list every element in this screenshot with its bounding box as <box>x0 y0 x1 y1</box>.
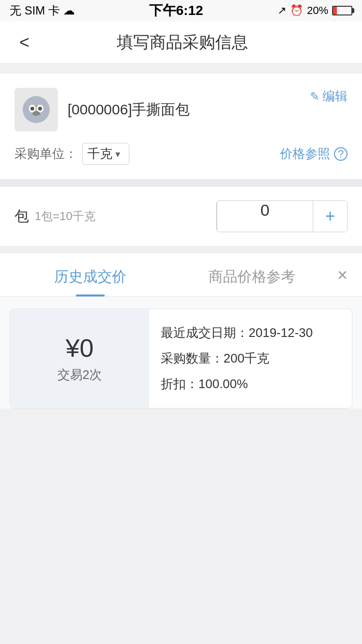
unit-sub-label: 1包=10千克 <box>35 209 96 224</box>
product-card: [0000006]手撕面包 ✎ 编辑 采购单位： 千克 ▾ 价格参照 ? <box>0 73 362 179</box>
chevron-down-icon: ▾ <box>115 148 120 160</box>
svg-point-3 <box>30 107 34 111</box>
history-recent-date-row: 最近成交日期：2019-12-30 <box>161 323 340 342</box>
history-purchase-qty-row: 采购数量：200千克 <box>161 349 340 368</box>
edit-label: 编辑 <box>322 88 348 105</box>
product-left: [0000006]手撕面包 <box>14 88 190 131</box>
history-recent-date-label: 最近成交日期： <box>161 325 249 340</box>
history-trade-count: 交易2次 <box>57 366 102 383</box>
product-top: [0000006]手撕面包 ✎ 编辑 <box>14 88 348 131</box>
quantity-plus-button[interactable]: + <box>313 201 347 232</box>
history-price: ¥0 <box>66 334 94 363</box>
signal-text: 无 SIM 卡 ☁ <box>10 3 75 18</box>
tab-history-price[interactable]: 历史成交价 <box>10 253 171 296</box>
alarm-icon: ⏰ <box>290 4 303 17</box>
unit-bao: 包 <box>14 207 29 226</box>
location-icon: ↗ <box>278 4 286 17</box>
status-left: 无 SIM 卡 ☁ <box>10 3 75 18</box>
history-recent-date-value: 2019-12-30 <box>249 325 313 340</box>
status-time: 下午6:12 <box>149 1 203 20</box>
history-purchase-qty-label: 采购数量： <box>161 351 223 365</box>
unit-label: 采购单位： <box>14 145 77 162</box>
price-ref-label: 价格参照 <box>280 145 330 162</box>
tabs-close-button[interactable]: × <box>333 260 352 290</box>
product-bottom: 采购单位： 千克 ▾ 价格参照 ? <box>14 143 348 165</box>
product-name: [0000006]手撕面包 <box>68 100 190 120</box>
header: < 填写商品采购信息 <box>0 21 362 64</box>
product-logo-icon <box>22 95 51 124</box>
edit-icon: ✎ <box>310 90 320 103</box>
svg-point-5 <box>32 111 40 116</box>
battery-percent: 20% <box>307 4 328 17</box>
unit-row: 采购单位： 千克 ▾ <box>14 143 129 165</box>
price-ref-button[interactable]: 价格参照 ? <box>280 145 348 162</box>
quantity-label: 包 1包=10千克 <box>14 207 96 226</box>
svg-point-4 <box>38 107 42 111</box>
status-bar: 无 SIM 卡 ☁ 下午6:12 ↗ ⏰ 20% <box>0 0 362 21</box>
quantity-row: 包 1包=10千克 0 + <box>0 187 362 246</box>
history-purchase-qty-value: 200千克 <box>223 351 269 365</box>
tabs-header: 历史成交价 商品价格参考 × <box>0 253 362 297</box>
tab-product-price-ref[interactable]: 商品价格参考 <box>171 253 332 296</box>
history-discount-row: 折扣：100.00% <box>161 375 340 393</box>
product-image <box>14 88 58 131</box>
history-card: ¥0 交易2次 最近成交日期：2019-12-30 采购数量：200千克 折扣：… <box>10 308 352 408</box>
help-icon: ? <box>334 147 348 161</box>
edit-button[interactable]: ✎ 编辑 <box>310 88 348 105</box>
page-title: 填写商品采购信息 <box>44 31 320 54</box>
back-button[interactable]: < <box>14 28 34 57</box>
quantity-controls: 0 + <box>216 200 348 232</box>
history-left: ¥0 交易2次 <box>10 309 149 408</box>
history-right: 最近成交日期：2019-12-30 采购数量：200千克 折扣：100.00% <box>149 309 352 408</box>
status-right: ↗ ⏰ 20% <box>278 4 352 17</box>
section-divider <box>0 179 362 187</box>
main-content-area <box>0 420 362 644</box>
svg-point-0 <box>23 96 50 123</box>
quantity-input[interactable]: 0 <box>217 201 313 232</box>
unit-value: 千克 <box>87 145 112 162</box>
history-discount-value: 100.00% <box>198 377 248 391</box>
tabs-section: 历史成交价 商品价格参考 × ¥0 交易2次 最近成交日期：2019-12-30… <box>0 253 362 408</box>
history-discount-label: 折扣： <box>161 377 198 391</box>
unit-select[interactable]: 千克 ▾ <box>82 143 129 165</box>
battery-icon <box>332 6 352 15</box>
